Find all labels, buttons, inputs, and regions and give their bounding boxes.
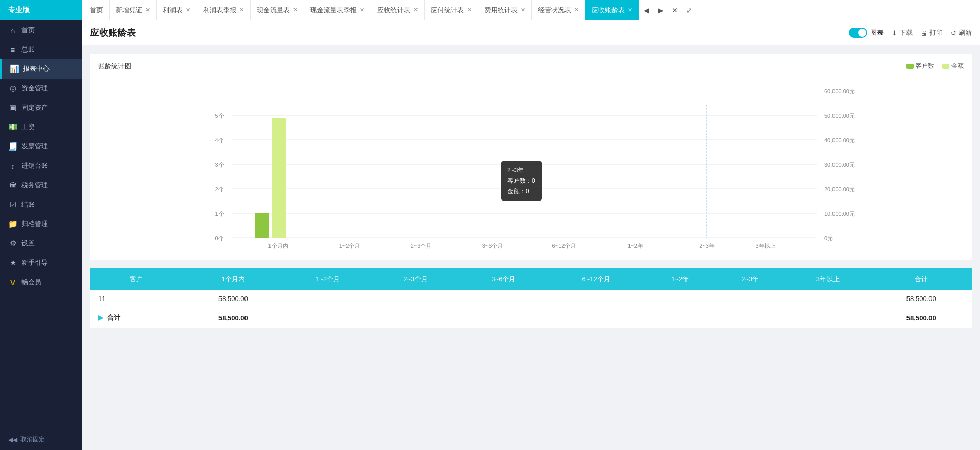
tab-profit[interactable]: 利润表 ✕ — [157, 0, 197, 20]
tab-receivable-stats[interactable]: 应收统计表 ✕ — [371, 0, 425, 20]
tab-profit-quarterly[interactable]: 利润表季报 ✕ — [197, 0, 251, 20]
total-1-2y — [645, 308, 715, 328]
payroll-icon: 💵 — [8, 122, 17, 132]
print-icon: 🖨 — [921, 29, 927, 37]
tax-icon: 🏛 — [8, 181, 17, 190]
chart-svg: 0个 1个 2个 3个 4个 5个 0元 10,000.00元 — [98, 77, 964, 251]
tab-payable-stats-label: 应付统计表 — [431, 6, 464, 15]
page-actions: 图表 ⬇ 下载 🖨 打印 ↺ 刷新 — [849, 28, 972, 38]
svg-text:10,000.00元: 10,000.00元 — [824, 211, 855, 217]
tab-expense-stats-close[interactable]: ✕ — [521, 7, 525, 13]
row-over-3y — [785, 290, 870, 308]
col-customer: 客户 — [90, 268, 183, 290]
guide-icon: ★ — [8, 258, 17, 267]
page-title: 应收账龄表 — [90, 27, 136, 39]
sidebar-label-tax: 税务管理 — [21, 181, 48, 190]
tab-business-status[interactable]: 经营状况表 ✕ — [532, 0, 585, 20]
total-3-6m — [459, 308, 547, 328]
chart-toggle-wrap[interactable]: 图表 — [849, 28, 884, 38]
sidebar-item-general-ledger[interactable]: ≡ 总账 — [0, 40, 82, 59]
home-icon: ⌂ — [8, 26, 17, 35]
tab-cashflow[interactable]: 现金流量表 ✕ — [251, 0, 304, 20]
tab-payable-stats[interactable]: 应付统计表 ✕ — [425, 0, 478, 20]
tab-nav-prev[interactable]: ◀ — [639, 0, 653, 20]
assets-icon: ▣ — [8, 103, 17, 112]
sidebar-item-fund-management[interactable]: ◎ 资金管理 — [0, 79, 82, 98]
sidebar-item-invoice[interactable]: 🧾 发票管理 — [0, 137, 82, 156]
refresh-icon: ↺ — [951, 29, 957, 37]
chart-toggle[interactable] — [849, 28, 867, 38]
col-1m: 1个月内 — [183, 268, 284, 290]
tab-close-all[interactable]: ✕ — [668, 0, 682, 20]
legend-amount-dot — [942, 64, 949, 69]
sidebar-pin-toggle[interactable]: ◀◀ 取消固定 — [0, 429, 82, 450]
download-button[interactable]: ⬇ 下载 — [892, 28, 913, 37]
tab-receivable-stats-close[interactable]: ✕ — [413, 7, 418, 13]
total-1m: 58,500.00 — [183, 308, 284, 328]
sidebar-item-fixed-assets[interactable]: ▣ 固定资产 — [0, 98, 82, 117]
col-6-12m: 6~12个月 — [547, 268, 645, 290]
tab-aging-close[interactable]: ✕ — [628, 7, 632, 13]
sidebar: 专业版 ⌂ 首页 ≡ 总账 📊 报表中心 ◎ 资金管理 ▣ 固定资产 💵 工资 … — [0, 0, 82, 450]
chart-toggle-label: 图表 — [870, 28, 884, 37]
print-button[interactable]: 🖨 打印 — [921, 28, 943, 37]
table-row: 11 58,500.00 58,500.00 — [90, 290, 972, 308]
svg-text:40,000.00元: 40,000.00元 — [824, 137, 855, 143]
sidebar-item-tax[interactable]: 🏛 税务管理 — [0, 176, 82, 195]
total-label-cell: ▶ 合计 — [90, 308, 183, 328]
svg-text:60,000.00元: 60,000.00元 — [824, 88, 855, 94]
tab-cashflow-label: 现金流量表 — [257, 6, 290, 15]
total-label: 合计 — [107, 314, 120, 321]
sidebar-item-archive[interactable]: 📁 归档管理 — [0, 214, 82, 234]
tab-cashflow-quarterly-close[interactable]: ✕ — [360, 7, 364, 13]
settings-icon: ⚙ — [8, 239, 17, 248]
tab-new-voucher-close[interactable]: ✕ — [145, 7, 150, 13]
total-2-3m — [372, 308, 459, 328]
tab-cashflow-close[interactable]: ✕ — [293, 7, 298, 13]
tab-aging-table[interactable]: 应收账龄表 ✕ — [585, 0, 639, 20]
col-total: 合计 — [871, 268, 972, 290]
sidebar-item-vip[interactable]: V 畅会员 — [0, 272, 82, 292]
total-total: 58,500.00 — [871, 308, 972, 328]
sidebar-item-settings[interactable]: ⚙ 设置 — [0, 234, 82, 253]
tab-profit-quarterly-close[interactable]: ✕ — [239, 7, 244, 13]
sidebar-label-payroll: 工资 — [21, 122, 35, 132]
chart-title: 账龄统计图 — [98, 62, 964, 71]
sidebar-item-guide[interactable]: ★ 新手引导 — [0, 253, 82, 272]
tab-expense-stats[interactable]: 费用统计表 ✕ — [478, 0, 532, 20]
sales-icon: ↕ — [8, 162, 17, 170]
tab-payable-stats-close[interactable]: ✕ — [467, 7, 472, 13]
tab-cashflow-quarterly[interactable]: 现金流量表季报 ✕ — [304, 0, 371, 20]
svg-text:1个: 1个 — [215, 211, 224, 217]
row-1-2m — [284, 290, 372, 308]
bar-1m-customer — [255, 213, 270, 238]
report-icon: 📊 — [10, 64, 19, 73]
tab-maximize[interactable]: ⤢ — [682, 0, 696, 20]
sidebar-label-closing: 结账 — [21, 200, 35, 209]
chart-svg-wrap: 0个 1个 2个 3个 4个 5个 0元 10,000.00元 — [98, 77, 964, 252]
vip-icon: V — [8, 278, 17, 287]
sidebar-label-home: 首页 — [21, 26, 35, 35]
download-icon: ⬇ — [892, 29, 897, 37]
refresh-button[interactable]: ↺ 刷新 — [951, 28, 972, 37]
sidebar-item-closing[interactable]: ☑ 结账 — [0, 195, 82, 214]
tab-home[interactable]: 首页 — [84, 0, 110, 20]
svg-text:1~2年: 1~2年 — [628, 243, 643, 249]
total-2-3y — [715, 308, 785, 328]
tab-business-status-close[interactable]: ✕ — [574, 7, 579, 13]
row-1-2y — [645, 290, 715, 308]
chart-legend: 客户数 金额 — [906, 62, 964, 70]
sidebar-item-report-center[interactable]: 📊 报表中心 — [0, 59, 82, 79]
page-header: 应收账龄表 图表 ⬇ 下载 🖨 打印 ↺ 刷新 — [82, 20, 980, 45]
sidebar-label-fixed-assets: 固定资产 — [21, 103, 48, 112]
tab-nav-next[interactable]: ▶ — [653, 0, 668, 20]
svg-text:1个月内: 1个月内 — [268, 243, 288, 249]
sidebar-item-payroll[interactable]: 💵 工资 — [0, 117, 82, 137]
tab-business-status-label: 经营状况表 — [538, 6, 571, 15]
refresh-label: 刷新 — [959, 28, 972, 37]
sidebar-item-sales-ledger[interactable]: ↕ 进销台账 — [0, 156, 82, 176]
sidebar-item-home[interactable]: ⌂ 首页 — [0, 20, 82, 40]
row-customer: 11 — [90, 290, 183, 308]
tab-new-voucher[interactable]: 新增凭证 ✕ — [110, 0, 157, 20]
tab-profit-close[interactable]: ✕ — [186, 7, 190, 13]
